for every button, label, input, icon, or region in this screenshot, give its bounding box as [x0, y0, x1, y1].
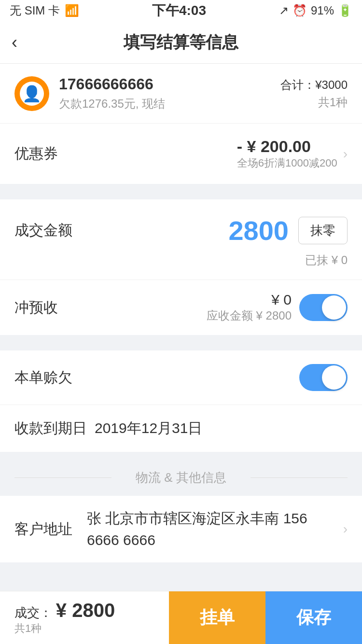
alarm-icon: ⏰ [292, 4, 307, 17]
hold-button[interactable]: 挂单 [169, 591, 265, 644]
amount-label: 成交金额 [14, 221, 72, 240]
coupon-right: - ¥ 200.00 全场6折满1000减200 › [237, 137, 348, 170]
status-left: 无 SIM 卡 📶 [10, 3, 79, 18]
avatar [14, 76, 49, 111]
total-count: 共1种 [280, 95, 348, 110]
battery-icon: 🔋 [338, 4, 352, 17]
logistics-label: 物流 & 其他信息 [136, 469, 226, 486]
prepay-receivable: 应收金额 ¥ 2800 [207, 308, 292, 323]
coupon-label: 优惠券 [14, 144, 58, 164]
status-time: 下午4:03 [152, 1, 206, 20]
customer-phone: 17666666666 [59, 75, 165, 93]
amount-erased-label: 已抹 ¥ 0 [305, 253, 348, 266]
customer-card: 17666666666 欠款1276.35元, 现结 合计：¥3000 共1种 … [0, 64, 362, 184]
prepay-value-area: ¥ 0 应收金额 ¥ 2800 [207, 292, 292, 323]
total-label: 合计：¥3000 [280, 77, 348, 93]
coupon-desc: 全场6折满1000减200 [237, 156, 337, 170]
prepay-row: 冲预收 ¥ 0 应收金额 ¥ 2800 [14, 292, 348, 323]
section-divider-1 [0, 192, 362, 199]
debt-toggle-knob [322, 365, 346, 390]
amount-value: 2800 [228, 215, 289, 246]
debt-toggle[interactable] [299, 364, 348, 391]
avatar-icon [20, 82, 44, 106]
bottom-summary-title: 成交： [14, 605, 52, 620]
duedate-value: 2019年12月31日 [95, 419, 202, 438]
prepay-label: 冲预收 [14, 298, 58, 318]
amount-value-area: 2800 抹零 [228, 215, 348, 246]
address-value: 张 北京市市辖区海淀区永丰南 156 6666 6666 [87, 507, 337, 551]
coupon-discount: - ¥ 200.00 [237, 137, 337, 156]
page-title: 填写结算等信息 [124, 31, 238, 54]
prepay-value: ¥ 0 [207, 292, 292, 308]
prepay-section: 冲预收 ¥ 0 应收金额 ¥ 2800 [0, 280, 362, 335]
nav-bar: ‹ 填写结算等信息 [0, 21, 362, 64]
debt-label: 本单赊欠 [14, 368, 72, 388]
location-icon: ↗ [279, 4, 289, 17]
sim-text: 无 SIM 卡 [10, 3, 60, 18]
bottom-spacing [0, 570, 362, 589]
bottom-summary-amount: ¥ 2800 [56, 600, 115, 621]
prepay-right: ¥ 0 应收金额 ¥ 2800 [207, 292, 348, 323]
duedate-section: 收款到期日 2019年12月31日 [0, 405, 362, 452]
section-divider-2 [0, 343, 362, 350]
battery-label: 91% [311, 4, 334, 17]
bottom-summary-row: 成交： ¥ 2800 [14, 600, 154, 621]
back-button[interactable]: ‹ [12, 32, 17, 53]
address-card: 客户地址 张 北京市市辖区海淀区永丰南 156 6666 6666 › [0, 496, 362, 562]
logistics-line-left [14, 477, 111, 478]
duedate-label: 收款到期日 [14, 419, 87, 438]
amount-section: 成交金额 2800 抹零 已抹 ¥ 0 [0, 199, 362, 280]
logistics-divider: 物流 & 其他信息 [0, 460, 362, 496]
debt-section: 本单赊欠 [0, 350, 362, 405]
wifi-icon: 📶 [65, 4, 79, 17]
status-bar: 无 SIM 卡 📶 下午4:03 ↗ ⏰ 91% 🔋 [0, 0, 362, 21]
amount-row: 成交金额 2800 抹零 [14, 211, 348, 250]
bottom-bar: 成交： ¥ 2800 共1种 挂单 保存 [0, 591, 362, 644]
address-chevron-icon: › [343, 521, 348, 537]
round-button[interactable]: 抹零 [298, 217, 348, 244]
address-label: 客户地址 [14, 519, 72, 539]
customer-left: 17666666666 欠款1276.35元, 现结 [14, 75, 165, 112]
status-right: ↗ ⏰ 91% 🔋 [279, 4, 352, 17]
address-row[interactable]: 客户地址 张 北京市市辖区海淀区永丰南 156 6666 6666 › [0, 496, 362, 562]
debt-card: 本单赊欠 收款到期日 2019年12月31日 [0, 350, 362, 452]
coupon-row[interactable]: 优惠券 - ¥ 200.00 全场6折满1000减200 › [0, 123, 362, 184]
bottom-summary: 成交： ¥ 2800 共1种 [0, 600, 169, 636]
amount-card: 成交金额 2800 抹零 已抹 ¥ 0 冲预收 ¥ 0 应收金额 ¥ 2800 [0, 199, 362, 335]
bottom-summary-count: 共1种 [14, 621, 154, 636]
logistics-line-right [251, 477, 348, 478]
customer-info: 17666666666 欠款1276.35元, 现结 [59, 75, 165, 112]
save-button[interactable]: 保存 [265, 591, 362, 644]
coupon-chevron-icon: › [343, 146, 348, 162]
customer-row: 17666666666 欠款1276.35元, 现结 合计：¥3000 共1种 [0, 64, 362, 123]
customer-debt: 欠款1276.35元, 现结 [59, 96, 165, 112]
customer-right: 合计：¥3000 共1种 [280, 77, 348, 110]
prepay-toggle[interactable] [299, 294, 348, 321]
toggle-knob [322, 295, 346, 320]
content-area: 17666666666 欠款1276.35元, 现结 合计：¥3000 共1种 … [0, 64, 362, 644]
